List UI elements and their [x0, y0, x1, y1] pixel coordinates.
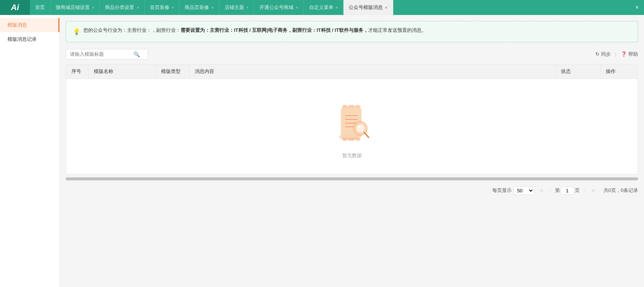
- search-input[interactable]: [70, 51, 133, 57]
- page-first-button[interactable]: ⊲: [537, 186, 545, 195]
- tab-template-msg-close[interactable]: ×: [385, 5, 387, 10]
- toolbar-right: ↻ 同步 | ❓ 帮助: [595, 51, 638, 58]
- alert-text: 您的公众号行业为：主营行业：，副营行业：需要设置为：主营行业：IT科技 / 互联…: [83, 27, 426, 34]
- col-type: 模版类型: [156, 64, 189, 79]
- alert-box: 💡 您的公众号行业为：主营行业：，副营行业：需要设置为：主营行业：IT科技 / …: [66, 21, 638, 42]
- empty-row: 暂无数据: [66, 79, 638, 174]
- alert-icon: 💡: [73, 27, 80, 37]
- tab-open-mall[interactable]: 开通公众号商城 ×: [254, 0, 303, 15]
- col-action: 操作: [601, 64, 638, 79]
- tab-open-mall-label: 开通公众号商城: [259, 4, 293, 11]
- tab-product-page[interactable]: 商品页装修 ×: [179, 0, 219, 15]
- tab-weshop-close[interactable]: ×: [92, 5, 94, 10]
- topbar-tabs: 首页 微商城店铺设置 × 商品分类设置 × 首页装修 × 商品页装修 × 店铺主…: [30, 0, 630, 15]
- scrollbar-thumb[interactable]: [66, 177, 638, 180]
- tab-custom-menu-label: 自定义菜单: [309, 4, 333, 11]
- tab-theme-label: 店铺主题: [225, 4, 244, 11]
- empty-state: 暂无数据: [66, 79, 638, 174]
- tab-homepage-label: 首页装修: [150, 4, 169, 11]
- sync-button[interactable]: ↻ 同步: [595, 51, 611, 58]
- page-size-select: 每页显示 50 20 100: [492, 186, 534, 195]
- sidebar-item-template-msg-record-label: 模版消息记录: [7, 36, 37, 42]
- tab-home[interactable]: 首页: [30, 0, 50, 15]
- svg-line-7: [364, 132, 369, 137]
- col-content: 消息内容: [189, 64, 556, 79]
- tab-theme-close[interactable]: ×: [246, 5, 249, 10]
- tab-product-page-close[interactable]: ×: [211, 5, 213, 10]
- page-prev-button[interactable]: ‹: [546, 186, 554, 195]
- sidebar-item-template-msg-label: 模版消息: [7, 22, 27, 28]
- search-input-wrap[interactable]: 🔍: [66, 49, 148, 59]
- alert-suffix: 才能正常发送预置的消息。: [368, 27, 426, 33]
- col-name: 模版名称: [89, 64, 156, 79]
- sync-icon: ↻: [595, 51, 600, 57]
- page-suffix: 页: [575, 187, 580, 194]
- table-header-row: 序号 模版名称 模版类型 消息内容 状态 操作: [66, 64, 638, 79]
- pagination: 每页显示 50 20 100 ⊲ ‹ 第 页 › ⊳ 共0页，0条记录: [66, 183, 638, 196]
- tab-template-msg-label: 公众号模版消息: [349, 4, 383, 11]
- total-info: 共0页，0条记录: [604, 187, 638, 194]
- tab-homepage-close[interactable]: ×: [172, 5, 174, 10]
- search-bar: 🔍 ↻ 同步 | ❓ 帮助: [66, 49, 638, 59]
- search-icon[interactable]: 🔍: [133, 51, 140, 57]
- help-label: 帮助: [628, 51, 638, 58]
- alert-highlight: 需要设置为：主营行业：IT科技 / 互联网|电子商务，副营行业：IT科技 / I…: [181, 27, 368, 33]
- sidebar: 模版消息 模版消息记录: [0, 15, 60, 287]
- tab-category[interactable]: 商品分类设置 ×: [100, 0, 144, 15]
- main-layout: 模版消息 模版消息记录 💡 您的公众号行业为：主营行业：，副营行业：需要设置为：…: [0, 15, 644, 287]
- svg-point-6: [356, 124, 365, 133]
- sidebar-item-template-msg[interactable]: 模版消息: [0, 18, 59, 32]
- tab-weshop[interactable]: 微商城店铺设置 ×: [50, 0, 100, 15]
- alert-prefix: 您的公众号行业为：主营行业：，副营行业：: [83, 27, 181, 33]
- content-area: 💡 您的公众号行业为：主营行业：，副营行业：需要设置为：主营行业：IT科技 / …: [60, 15, 644, 287]
- page-next-button[interactable]: ›: [580, 186, 589, 195]
- empty-illustration: [330, 101, 375, 146]
- tab-home-label: 首页: [35, 4, 45, 11]
- tab-open-mall-close[interactable]: ×: [296, 5, 298, 10]
- empty-text: 暂无数据: [342, 152, 362, 159]
- sidebar-item-template-msg-record[interactable]: 模版消息记录: [0, 32, 59, 46]
- tab-custom-menu[interactable]: 自定义菜单 ×: [304, 0, 343, 15]
- page-last-button[interactable]: ⊳: [589, 186, 598, 195]
- col-index: 序号: [66, 64, 89, 79]
- sync-label: 同步: [601, 51, 611, 58]
- scrollbar-track[interactable]: [66, 177, 638, 180]
- tab-template-msg[interactable]: 公众号模版消息 ×: [343, 0, 393, 15]
- per-page-select[interactable]: 50 20 100: [513, 186, 534, 195]
- col-status: 状态: [556, 64, 601, 79]
- close-all-button[interactable]: ×: [630, 4, 644, 11]
- svg-point-8: [358, 126, 360, 128]
- help-button[interactable]: ❓ 帮助: [621, 51, 638, 58]
- page-input[interactable]: [561, 187, 574, 195]
- page-prefix: 第: [555, 187, 560, 194]
- per-page-label: 每页显示: [492, 187, 512, 194]
- tab-category-label: 商品分类设置: [105, 4, 134, 11]
- tab-homepage[interactable]: 首页装修 ×: [145, 0, 179, 15]
- tab-custom-menu-close[interactable]: ×: [336, 5, 338, 10]
- toolbar-divider: |: [615, 51, 616, 57]
- page-nav: ⊲ ‹ 第 页 › ⊳: [537, 186, 598, 195]
- tab-category-close[interactable]: ×: [136, 5, 139, 10]
- help-icon: ❓: [621, 51, 627, 57]
- tab-theme[interactable]: 店铺主题 ×: [219, 0, 254, 15]
- topbar: Ai 首页 微商城店铺设置 × 商品分类设置 × 首页装修 × 商品页装修 × …: [0, 0, 644, 15]
- tab-product-page-label: 商品页装修: [185, 4, 209, 11]
- logo: Ai: [0, 0, 30, 15]
- tab-weshop-label: 微商城店铺设置: [56, 4, 90, 11]
- data-table: 序号 模版名称 模版类型 消息内容 状态 操作: [66, 64, 638, 174]
